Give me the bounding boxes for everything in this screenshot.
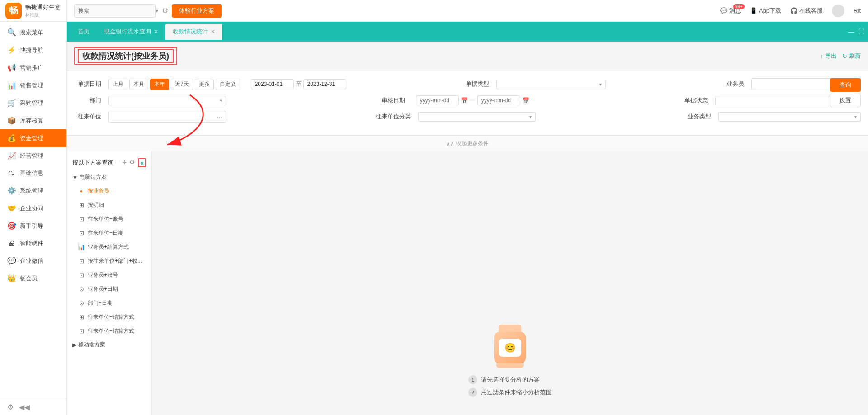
fromunit-cat-arrow: ▾ (529, 114, 532, 119)
fromunit-dots[interactable]: ··· (217, 113, 222, 120)
sidebar-item-corp[interactable]: 🤝 企业协同 (0, 199, 66, 217)
message-icon: 💬 (720, 7, 727, 14)
panel-header-label: 按以下方案查询 (72, 159, 113, 167)
query-btn[interactable]: 查询 (830, 78, 861, 92)
tab-cashflow-close[interactable]: ✕ (154, 28, 158, 35)
sidebar-item-purchase[interactable]: 🛒 采购管理 (0, 94, 66, 112)
refresh-btn[interactable]: ↻ 刷新 (842, 52, 861, 60)
detail-item-icon: ⊞ (78, 202, 85, 208)
dept-date-label: 部门+日期 (88, 299, 113, 307)
panel-item-detail[interactable]: ⊞ 按明细 (67, 198, 151, 212)
collapse-label: 收起更多条件 (456, 140, 489, 147)
empty-state: 😊 1 请先选择要分析的方案 2 用过滤条件来缩小分析范围 (468, 325, 552, 397)
sales-acct-label: 业务员+账号 (88, 271, 118, 279)
tab-min-icon[interactable]: — (848, 28, 854, 35)
logo-name: 畅捷通好生意 (25, 3, 61, 11)
sidebar-item-system[interactable]: ⚙️ 系统管理 (0, 182, 66, 199)
review-to-input[interactable] (477, 95, 520, 105)
collapse-sidebar-icon[interactable]: ◀◀ (19, 403, 30, 411)
panel-collapse-icon[interactable]: « (138, 158, 146, 167)
doctype-select[interactable]: ▾ (496, 80, 606, 89)
date-from-input[interactable] (251, 79, 294, 89)
tab-cashflow[interactable]: 现金银行流水查询 ✕ (97, 24, 165, 40)
date-btn-custom[interactable]: 自定义 (216, 79, 240, 90)
online-service-item[interactable]: 🎧 在线客服 (790, 7, 823, 15)
tab-home[interactable]: 首页 (71, 24, 97, 40)
date-to-input[interactable] (303, 79, 346, 89)
sidebar-item-member[interactable]: 👑 畅会员 (0, 269, 66, 287)
panel-header-actions: + ⚙ « (123, 158, 146, 167)
page-title-box: 收款情况统计(按业务员) (74, 47, 177, 65)
top-header: ▾ ⚙ 体验行业方案 💬 消息 99+ 📱 App下载 🎧 在线客服 Rit (67, 0, 868, 22)
doctype-label: 单据类型 (462, 80, 489, 88)
panel-item-sales-acct[interactable]: ⊡ 业务员+账号 (67, 268, 151, 282)
left-panel: 按以下方案查询 + ⚙ « ▼ 电脑端方案 ● 按业务员 ⊞ 按明细 (67, 151, 152, 415)
tab-receipts-close[interactable]: ✕ (211, 28, 215, 35)
sidebar-item-inventory[interactable]: 📦 库存核算 (0, 112, 66, 129)
panel-section-mobile[interactable]: ▶ 移动端方案 (67, 338, 151, 351)
panel-add-icon[interactable]: + (123, 158, 127, 167)
unit-settle2-label: 往来单位+结算方式 (88, 327, 134, 335)
header-gear-icon[interactable]: ⚙ (158, 4, 172, 18)
panel-item-unit-date[interactable]: ⊡ 往来单位+日期 (67, 226, 151, 240)
biztype-label: 业务类型 (684, 113, 711, 121)
header-search-input[interactable] (74, 4, 156, 18)
sidebar-item-quicknav[interactable]: ⚡ 快捷导航 (0, 41, 66, 59)
sidebar-item-search[interactable]: 🔍 搜索菜单 (0, 24, 66, 41)
panel-header: 按以下方案查询 + ⚙ « (67, 155, 151, 171)
date-btn-lastmonth[interactable]: 上月 (108, 79, 127, 90)
sidebar-item-operations[interactable]: 📈 经营管理 (0, 147, 66, 165)
panel-section-pc[interactable]: ▼ 电脑端方案 (67, 171, 151, 184)
sidebar-label-basic: 基础信息 (20, 169, 43, 177)
fromunit-select[interactable]: ··· (108, 111, 226, 123)
hint-item-2: 2 用过滤条件来缩小分析范围 (468, 388, 552, 397)
panel-item-unit-acct[interactable]: ⊡ 往来单位+账号 (67, 212, 151, 226)
user-avatar[interactable] (832, 5, 844, 17)
date-quick-btns: 上月 本月 本年 近7天 更多 自定义 (108, 79, 240, 90)
date-btn-7days[interactable]: 近7天 (171, 79, 193, 90)
sidebar-item-wechat[interactable]: 💬 企业微信 (0, 252, 66, 269)
sidebar-item-hardware[interactable]: 🖨 智能硬件 (0, 235, 66, 252)
tab-cashflow-label: 现金银行流水查询 (104, 28, 151, 36)
app-download-item[interactable]: 📱 App下载 (750, 7, 781, 15)
date-btn-thismonth[interactable]: 本月 (129, 79, 148, 90)
settings-bottom-icon[interactable]: ⚙ (7, 403, 14, 411)
sidebar-item-sales[interactable]: 📊 销售管理 (0, 76, 66, 94)
tab-receipts[interactable]: 收款情况统计 ✕ (165, 24, 222, 40)
review-from-input[interactable] (416, 95, 459, 105)
panel-item-dept-date[interactable]: ⊙ 部门+日期 (67, 296, 151, 310)
tab-home-label: 首页 (78, 28, 90, 36)
collapse-bar[interactable]: ∧∧ 收起更多条件 (67, 136, 868, 151)
biztype-select[interactable]: ▾ (718, 112, 861, 122)
panel-item-salesperson[interactable]: ● 按业务员 (67, 184, 151, 198)
sidebar-bottom: ⚙ ◀◀ (0, 399, 66, 415)
date-btn-more[interactable]: 更多 (195, 79, 214, 90)
sidebar-label-purchase: 采购管理 (20, 99, 43, 107)
date-btn-thisyear[interactable]: 本年 (150, 79, 169, 90)
review-calendar-to: 📅 (522, 97, 529, 104)
collapse-icon: ∧∧ (446, 141, 454, 147)
sidebar-item-marketing[interactable]: 📢 营销推广 (0, 59, 66, 76)
hint-text-1: 请先选择要分析的方案 (481, 376, 540, 384)
panel-item-sales-settle[interactable]: 📊 业务员+结算方式 (67, 240, 151, 254)
panel-item-unit-settle2[interactable]: ⊡ 往来单位+结算方式 (67, 324, 151, 338)
app-download-label: App下载 (759, 7, 781, 15)
tab-max-icon[interactable]: ⛶ (858, 28, 864, 35)
doctype-arrow: ▾ (599, 82, 602, 87)
trial-btn[interactable]: 体验行业方案 (172, 4, 222, 18)
export-btn[interactable]: ↑ 导出 (821, 52, 837, 60)
panel-item-unit-dept[interactable]: ⊡ 按往来单位+部门+收... (67, 254, 151, 268)
dept-select[interactable]: ▾ (108, 96, 226, 105)
sidebar-item-basic[interactable]: 🗂 基础信息 (0, 165, 66, 182)
panel-item-unit-settle1[interactable]: ⊞ 往来单位+结算方式 (67, 310, 151, 324)
tab-receipts-label: 收款情况统计 (173, 28, 208, 36)
filter-settings-btn[interactable]: 设置 (830, 94, 861, 107)
sidebar-item-finance[interactable]: 💰 资金管理 (0, 129, 66, 147)
page-header: 收款情况统计(按业务员) ↑ 导出 ↻ 刷新 (67, 42, 868, 71)
fromunit-cat-select[interactable]: ▾ (418, 112, 536, 122)
sidebar-label-system: 系统管理 (20, 187, 43, 195)
sidebar-item-guide[interactable]: 🎯 新手引导 (0, 217, 66, 235)
panel-item-sales-date[interactable]: ⊙ 业务员+日期 (67, 282, 151, 296)
panel-settings-icon[interactable]: ⚙ (129, 158, 135, 167)
messages-item[interactable]: 💬 消息 99+ (720, 7, 741, 15)
